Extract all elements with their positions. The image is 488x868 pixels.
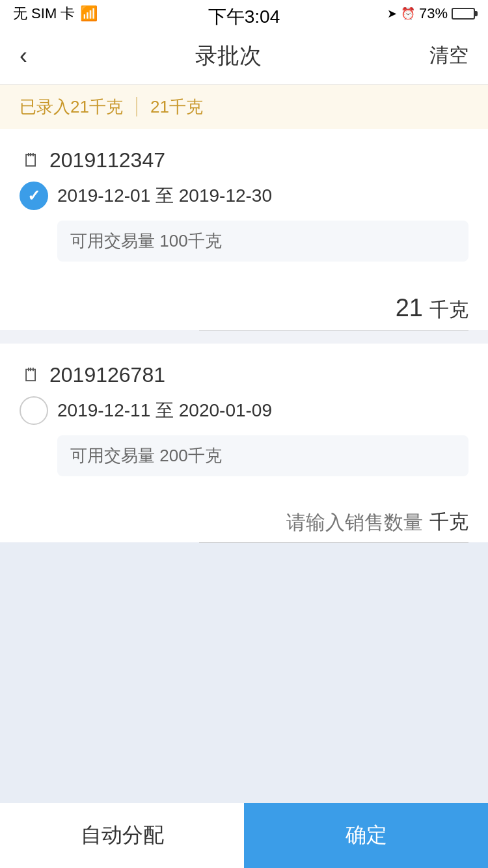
card1-id: 2019112347: [49, 148, 165, 172]
card1-date-range: 2019-12-01 至 2019-12-30: [57, 183, 272, 208]
batch-card-1: 🗒 2019112347 2019-12-01 至 2019-12-30 可用交…: [0, 129, 488, 281]
status-left: 无 SIM 卡 📶: [13, 4, 98, 23]
status-time: 下午3:04: [208, 5, 280, 29]
card1-radio[interactable]: [20, 182, 48, 210]
summary-banner: 已录入21千克 21千克: [0, 85, 488, 129]
nav-bar: ‹ 录批次 清空: [0, 27, 488, 85]
battery-icon: [452, 8, 475, 20]
card2-id: 2019126781: [49, 363, 165, 387]
card-divider: [0, 331, 488, 344]
location-icon: ➤: [387, 7, 397, 21]
batch-card-2: 🗒 2019126781 2019-12-11 至 2020-01-09 可用交…: [0, 344, 488, 496]
card2-qty-input[interactable]: [228, 511, 423, 534]
card1-row[interactable]: 2019-12-01 至 2019-12-30: [20, 182, 468, 210]
clear-button[interactable]: 清空: [429, 42, 468, 69]
card2-row[interactable]: 2019-12-11 至 2020-01-09: [20, 396, 468, 425]
doc-icon-2: 🗒: [20, 364, 43, 387]
summary-entered-label: 已录入21千克: [20, 96, 123, 118]
card1-amount-unit: 千克: [429, 297, 468, 323]
card2-input-unit: 千克: [429, 509, 468, 536]
card1-header: 🗒 2019112347: [20, 148, 468, 172]
card2-avail: 可用交易量 200千克: [57, 435, 468, 476]
card1-amount-row: 21 千克: [0, 281, 488, 330]
confirm-button[interactable]: 确定: [244, 803, 488, 868]
card2-radio[interactable]: [20, 396, 48, 425]
doc-icon-1: 🗒: [20, 149, 43, 172]
wifi-icon: 📶: [80, 5, 98, 22]
card2-input-row: 千克: [0, 496, 488, 542]
bottom-bar: 自动分配 确定: [0, 803, 488, 868]
alarm-icon: ⏰: [401, 7, 415, 21]
status-bar: 无 SIM 卡 📶 下午3:04 ➤ ⏰ 73%: [0, 0, 488, 27]
empty-area: [0, 543, 488, 842]
no-sim-text: 无 SIM 卡: [13, 4, 75, 23]
card1-avail: 可用交易量 100千克: [57, 221, 468, 262]
status-right: ➤ ⏰ 73%: [387, 5, 475, 22]
page-title: 录批次: [195, 41, 262, 71]
auto-distribute-button[interactable]: 自动分配: [0, 803, 244, 868]
summary-divider: [136, 97, 137, 116]
card2-date-range: 2019-12-11 至 2020-01-09: [57, 398, 272, 423]
back-button[interactable]: ‹: [20, 42, 27, 70]
card1-amount-number: 21: [396, 294, 423, 322]
battery-percent: 73%: [419, 5, 448, 22]
content-area: 🗒 2019112347 2019-12-01 至 2019-12-30 可用交…: [0, 129, 488, 868]
card2-header: 🗒 2019126781: [20, 363, 468, 387]
summary-value: 21千克: [150, 96, 203, 118]
